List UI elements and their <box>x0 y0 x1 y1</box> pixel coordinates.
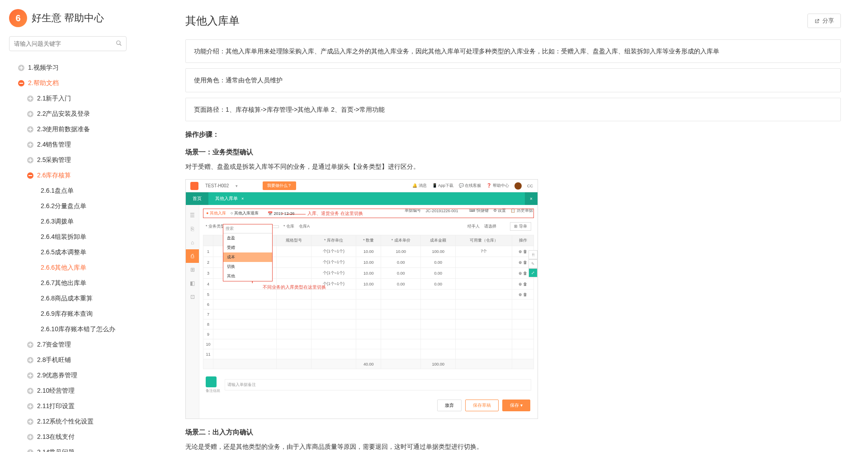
nav-item-2-11[interactable]: 2.11打印设置 <box>9 399 127 414</box>
scene1-title: 场景一：业务类型确认 <box>185 148 841 157</box>
search-input[interactable] <box>9 36 127 51</box>
scene2-title: 场景二：出入方向确认 <box>185 428 841 437</box>
path-box: 页面路径：1、库存核算->库存管理->其他入库单 2、首页->常用功能 <box>185 98 841 121</box>
role-box: 使用角色：通常由仓管人员维护 <box>185 68 841 92</box>
intro-box: 功能介绍：其他入库单用来处理除采购入库、产成品入库之外的其他入库业务，因此其他入… <box>185 39 841 63</box>
share-button[interactable]: 分享 <box>807 14 841 28</box>
nav-item-2-6-1[interactable]: 2.6.1盘点单 <box>9 183 127 199</box>
sidebar: 6 好生意 帮助中心 1.视频学习 2.帮助文档 2.1新手入门 2.2产品安装… <box>0 0 136 452</box>
nav-item-video[interactable]: 1.视频学习 <box>9 60 127 76</box>
nav-item-2-13[interactable]: 2.13在线支付 <box>9 429 127 445</box>
share-icon <box>814 18 820 24</box>
nav-item-docs[interactable]: 2.帮助文档 <box>9 76 127 91</box>
ss-menu-icon: ☰ <box>186 209 199 222</box>
ss-logo-icon <box>190 182 198 190</box>
logo-text: 好生意 帮助中心 <box>32 11 104 25</box>
ss-avatar-icon <box>514 182 522 190</box>
ss-remark-icon <box>206 376 217 387</box>
ss-cancel-button: 放弃 <box>437 400 462 411</box>
ss-save-button: 保存 ▾ <box>502 400 530 411</box>
nav-item-2-6-7[interactable]: 2.6.7其他出库单 <box>9 276 127 291</box>
nav-item-2-7[interactable]: 2.7资金管理 <box>9 337 127 352</box>
ss-radio-in: ● 其他入库 <box>206 210 226 216</box>
scene1-text: 对于受赠、盘盈或是拆装入库等不同的业务，是通过单据头【业务类型】进行区分。 <box>185 161 841 172</box>
ss-dropdown: 搜索 盘盈 受赠 成本 切换 其他 <box>223 224 273 281</box>
nav-tree: 1.视频学习 2.帮助文档 2.1新手入门 2.2产品安装及登录 2.3使用前数… <box>9 60 127 452</box>
nav-item-2-6-5[interactable]: 2.6.5成本调整单 <box>9 245 127 260</box>
ss-draft-button: 保存草稿 <box>465 400 499 411</box>
nav-item-2-6-8[interactable]: 2.6.8商品成本重算 <box>9 291 127 306</box>
ss-close-icon: × <box>525 192 538 205</box>
nav-item-2-6-10[interactable]: 2.6.10库存账本错了怎么办 <box>9 322 127 337</box>
nav-item-2-6-6[interactable]: 2.6.6其他入库单 <box>9 260 127 276</box>
ss-radio-return: ○ 其他入库退库 <box>231 210 259 216</box>
nav-item-2-8[interactable]: 2.8手机旺铺 <box>9 352 127 368</box>
logo[interactable]: 6 好生意 帮助中心 <box>9 9 127 27</box>
nav-item-2-4[interactable]: 2.4销售管理 <box>9 137 127 152</box>
nav-item-2-6-2[interactable]: 2.6.2分量盘点单 <box>9 199 127 214</box>
nav-item-2-10[interactable]: 2.10经营管理 <box>9 383 127 399</box>
ss-tab-doc: 其他入库单× <box>208 192 250 205</box>
main-content: 其他入库单 分享 功能介绍：其他入库单用来处理除采购入库、产成品入库之外的其他入… <box>136 0 868 452</box>
ss-tab-home: 首页 <box>186 192 208 205</box>
nav-item-2-6-9[interactable]: 2.6.9库存账本查询 <box>9 306 127 322</box>
nav-item-2-12[interactable]: 2.12系统个性化设置 <box>9 414 127 429</box>
steps-title: 操作步骤： <box>185 130 841 139</box>
nav-item-2-3[interactable]: 2.3使用前数据准备 <box>9 122 127 137</box>
nav-item-2-14[interactable]: 2.14常见问题 <box>9 445 127 452</box>
nav-item-2-5[interactable]: 2.5采购管理 <box>9 152 127 168</box>
search-icon[interactable] <box>116 40 122 48</box>
scene2-text1: 无论是受赠，还是其他类型的业务，由于入库商品质量等原因，需要退回，这时可通过单据… <box>185 441 841 452</box>
search-box <box>9 36 127 51</box>
screenshot-image: TEST-H002 ▾ 我要做什么？ 🔔 消息 📱 App下载 💬 在线客服 ❓… <box>185 179 538 419</box>
nav-item-2-2[interactable]: 2.2产品安装及登录 <box>9 106 127 122</box>
svg-point-0 <box>117 41 120 44</box>
page-title: 其他入库单 <box>185 14 240 28</box>
nav-item-2-1[interactable]: 2.1新手入门 <box>9 91 127 106</box>
logo-icon: 6 <box>9 9 27 27</box>
nav-item-2-6[interactable]: 2.6库存核算 <box>9 168 127 183</box>
nav-item-2-6-3[interactable]: 2.6.3调拨单 <box>9 214 127 229</box>
nav-item-2-9[interactable]: 2.9优惠券管理 <box>9 368 127 383</box>
svg-line-1 <box>120 44 122 46</box>
nav-item-2-6-4[interactable]: 2.6.4组装拆卸单 <box>9 229 127 245</box>
